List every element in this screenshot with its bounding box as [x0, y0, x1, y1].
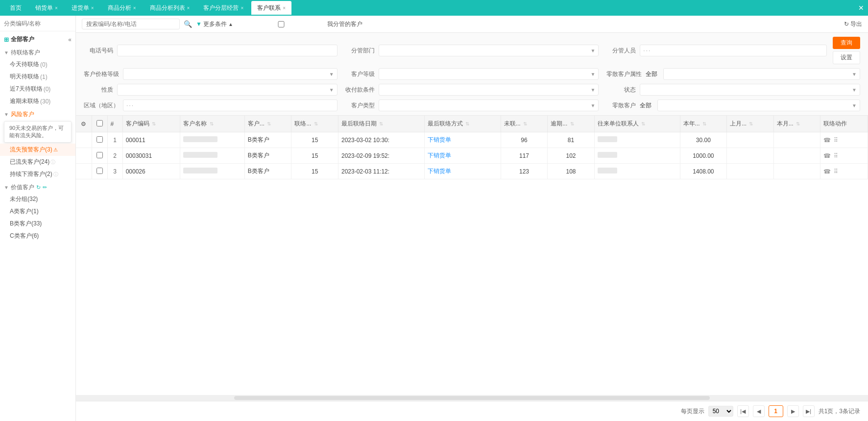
th-code: 客户编码 ⇅ [122, 116, 180, 132]
arrow-icon-risk: ▼ [4, 112, 9, 117]
sidebar-group-pending[interactable]: ▼ 待联络客户 [0, 46, 75, 58]
select-all-checkbox[interactable] [96, 120, 103, 126]
action-more-icon-2[interactable]: ⠿ [834, 168, 838, 175]
td-contact-0: 15 [291, 132, 338, 148]
my-customers-checkbox[interactable]: 我分管的客户 [237, 20, 362, 28]
gender-input[interactable]: ▼ [117, 84, 338, 96]
filter-row-customer-level: 客户等级 ▼ [345, 68, 599, 80]
action-more-icon-0[interactable]: ⠿ [834, 137, 838, 144]
page-current[interactable]: 1 [769, 405, 783, 417]
sidebar-search-input[interactable] [4, 20, 76, 27]
window-close-button[interactable]: ✕ [858, 4, 864, 12]
td-method-1[interactable]: 下销货单 [424, 148, 501, 164]
filter-row-region: 区域（地区） ··· [84, 99, 338, 111]
sidebar-root-label: 全部客户 [11, 35, 34, 44]
sidebar-item-7days[interactable]: 近7天待联络(0) [0, 83, 75, 95]
status-input[interactable]: ▼ [640, 84, 860, 96]
close-icon-4[interactable]: × [241, 5, 243, 11]
nav-tab-5[interactable]: 客户联系 × [251, 1, 291, 15]
payment-input[interactable]: ▼ [379, 84, 599, 96]
td-method-2[interactable]: 下销货单 [424, 164, 501, 179]
nav-tab-home[interactable]: 首页 [4, 1, 27, 15]
customer-level-input[interactable]: ▼ [379, 68, 599, 80]
sidebar-item-class-b[interactable]: B类客户(33) [0, 218, 75, 230]
close-icon-3[interactable]: × [187, 5, 190, 11]
payment-label: 收付款条件 [345, 86, 375, 94]
query-button[interactable]: 查询 [833, 37, 860, 49]
dropdown-arrow-gender: ▼ [329, 87, 334, 93]
nav-tab-4[interactable]: 客户分层经营 × [197, 1, 249, 15]
td-action-2[interactable]: ☎ ⠿ [820, 164, 868, 179]
sidebar-item-declining[interactable]: 持续下滑客户(2) ⓘ [0, 168, 75, 180]
td-not-contacted-1: 117 [501, 148, 548, 164]
table-row: 3 000026 B类客户 15 2023-02-03 11:12: 下销货单 … [76, 164, 868, 179]
action-contact-icon-0[interactable]: ☎ [823, 137, 831, 144]
td-action-1[interactable]: ☎ ⠿ [820, 148, 868, 164]
page-last-button[interactable]: ▶| [803, 405, 815, 417]
filter-row-payment: 收付款条件 ▼ [345, 84, 599, 96]
sidebar-item-overdue[interactable]: 逾期未联络(30) [0, 95, 75, 107]
sidebar-group-risk[interactable]: ▼ 风险客户 [0, 107, 75, 120]
action-contact-icon-2[interactable]: ☎ [823, 168, 831, 175]
sidebar-item-ungrouped[interactable]: 未分组(32) [0, 193, 75, 205]
close-icon-0[interactable]: × [55, 5, 58, 11]
price-level-input[interactable]: ▼ [123, 68, 338, 80]
td-unit-contact-2 [594, 164, 680, 179]
pagination: 每页显示 50 100 200 |◀ ◀ 1 ▶ ▶| 共1页，3条记录 [76, 401, 868, 421]
td-last-month-1 [727, 148, 774, 164]
search-input[interactable] [82, 19, 180, 29]
sidebar-group-value[interactable]: ▼ 价值客户 ↻ ✏ [0, 180, 75, 193]
nav-tab-3[interactable]: 商品分析列表 × [144, 1, 196, 15]
close-icon-2[interactable]: × [133, 5, 136, 11]
zero-customer-input[interactable]: ▼ [657, 99, 860, 111]
action-more-icon-1[interactable]: ⠿ [834, 152, 838, 159]
manager-label: 分管人员 [606, 47, 636, 55]
sidebar-item-churned[interactable]: 已流失客户(24) ⓘ [0, 156, 75, 168]
action-contact-icon-1[interactable]: ☎ [823, 152, 831, 159]
zero-attr-val: 全部 [646, 70, 657, 78]
nav-tab-2[interactable]: 商品分析 × [102, 1, 142, 15]
search-icon[interactable]: 🔍 [184, 20, 192, 28]
horizontal-scrollbar[interactable] [76, 395, 868, 401]
manager-input[interactable]: ··· [640, 45, 827, 56]
nav-tab-1[interactable]: 进货单 × [66, 1, 100, 15]
region-input[interactable]: ··· [123, 99, 338, 111]
status-label: 状态 [606, 86, 636, 94]
page-first-button[interactable]: |◀ [737, 405, 749, 417]
more-conditions-button[interactable]: ▼ 更多条件 ▲ [196, 20, 233, 28]
sidebar-item-class-c[interactable]: C类客户(6) [0, 230, 75, 242]
nav-tab-0[interactable]: 销货单 × [29, 1, 64, 15]
close-icon-1[interactable]: × [91, 5, 94, 11]
close-icon-5[interactable]: × [283, 5, 286, 11]
sidebar-item-churn-warn[interactable]: 流失预警客户(3) ⚠ [0, 144, 75, 156]
th-settings[interactable]: ⚙ [76, 116, 92, 132]
refresh-icon[interactable]: ↻ [36, 184, 41, 191]
export-button[interactable]: ↻ 导出 [844, 20, 862, 28]
setting-button[interactable]: 设置 [833, 51, 860, 64]
page-next-button[interactable]: ▶ [787, 405, 799, 417]
sidebar-item-tomorrow[interactable]: 明天待联络(1) [0, 71, 75, 83]
filter-row-zero-attr: 零散客户属性 全部 ▼ [606, 68, 860, 80]
th-checkbox[interactable] [92, 116, 107, 132]
customer-type-input[interactable]: ▼ [379, 99, 599, 111]
th-num: # [107, 116, 122, 132]
phone-input[interactable] [117, 45, 338, 56]
sidebar-item-today[interactable]: 今天待联络(0) [0, 58, 75, 71]
zero-attr-input[interactable]: ▼ [663, 68, 860, 80]
page-prev-button[interactable]: ◀ [753, 405, 765, 417]
td-not-contacted-2: 123 [501, 164, 548, 179]
dropdown-arrow-zero: ▼ [852, 72, 857, 77]
td-checkbox-0[interactable] [92, 132, 107, 148]
collapse-icon[interactable]: « [68, 36, 72, 43]
td-date-1: 2023-02-09 19:52: [338, 148, 424, 164]
per-page-select[interactable]: 50 100 200 [708, 406, 733, 417]
sidebar-item-class-a[interactable]: A类客户(1) [0, 205, 75, 218]
td-method-0[interactable]: 下销货单 [424, 132, 501, 148]
td-checkbox-2[interactable] [92, 164, 107, 179]
edit-icon[interactable]: ✏ [43, 184, 47, 191]
td-checkbox-1[interactable] [92, 148, 107, 164]
arrow-icon-pending: ▼ [4, 50, 9, 55]
td-name-0 [180, 132, 244, 148]
td-action-0[interactable]: ☎ ⠿ [820, 132, 868, 148]
dept-input[interactable]: ▼ [379, 45, 599, 56]
